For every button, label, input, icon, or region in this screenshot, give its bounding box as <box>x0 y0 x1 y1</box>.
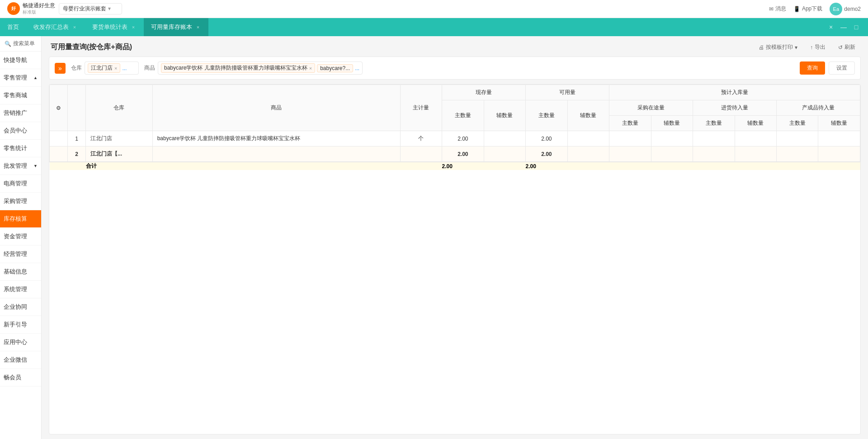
export-icon: ↑ <box>810 44 813 51</box>
tab-home-label: 首页 <box>7 23 19 31</box>
export-btn[interactable]: ↑ 导出 <box>807 42 829 53</box>
col-incoming-pending-sub: 辅数量 <box>735 116 776 131</box>
tab-available-stock[interactable]: 可用量库存账本 × <box>144 18 208 36</box>
table-row: 1 江北门店 babycare学饮杯 儿童防摔防撞吸管杯重力球吸嘴杯宝宝水杯 个… <box>50 131 860 146</box>
avatar: Ea <box>830 3 842 15</box>
sidebar-item-retail-mall[interactable]: 零售商城 <box>0 87 41 104</box>
sidebar-item-inventory[interactable]: 库存核算 <box>0 210 41 228</box>
window-close-btn[interactable]: × <box>826 23 835 32</box>
search-menu-label: 搜索菜单 <box>13 40 35 47</box>
footer-label: 合计 <box>86 162 153 170</box>
product-label: 商品 <box>144 64 155 72</box>
cell-inc-pending-main-2 <box>693 146 735 162</box>
sidebar-item-newbie[interactable]: 新手引导 <box>0 316 41 334</box>
sidebar-item-member2[interactable]: 畅会员 <box>0 369 41 387</box>
refresh-btn[interactable]: ↺ 刷新 <box>835 42 859 53</box>
sidebar-item-finance[interactable]: 资金管理 <box>0 228 41 245</box>
sidebar-item-marketing[interactable]: 营销推广 <box>0 104 41 122</box>
sidebar-item-basic[interactable]: 基础信息 <box>0 263 41 281</box>
filter-expand-btn[interactable]: » <box>55 63 66 74</box>
cell-prod-pending-sub-2 <box>818 146 860 162</box>
logo-text: 畅捷通好生意 <box>23 2 55 9</box>
cell-no-2: 2 <box>68 146 86 162</box>
col-warehouse: 仓库 <box>86 85 153 131</box>
setting-button[interactable]: 设置 <box>829 61 855 75</box>
window-maximize-btn[interactable]: □ <box>852 23 861 32</box>
industry-selector[interactable]: 母婴行业演示账套 ▾ <box>59 3 122 14</box>
warehouse-input[interactable]: 江北门店 × ... <box>85 61 139 75</box>
cell-current-main-2: 2.00 <box>442 146 484 162</box>
header-right: ✉ 消息 📱 App下载 Ea demo2 <box>769 3 861 15</box>
header-left: 好 畅捷通好生意 标准版 母婴行业演示账套 ▾ <box>7 2 122 15</box>
cell-pur-transit-sub-2 <box>651 146 693 162</box>
cell-inc-pending-sub-2 <box>735 146 776 162</box>
content-area: 可用量查询(按仓库+商品) 🖨 按模板打印 ▾ ↑ 导出 ↺ 刷新 » <box>42 36 868 439</box>
col-estimated-in-group: 预计入库量 <box>609 85 860 100</box>
sidebar-item-wholesale[interactable]: 批发管理 <box>0 157 41 175</box>
window-minimize-btn[interactable]: — <box>839 23 848 32</box>
col-current-main-qty: 主数量 <box>442 100 484 131</box>
cell-current-sub-2 <box>484 146 525 162</box>
cell-unit-2 <box>400 146 442 162</box>
tab-order-stat-close[interactable]: × <box>130 24 137 30</box>
sidebar-item-enterprise[interactable]: 企业协同 <box>0 298 41 316</box>
table-settings-icon[interactable]: ⚙ <box>56 105 61 111</box>
app-download-action[interactable]: 📱 App下载 <box>793 5 822 13</box>
warehouse-label: 仓库 <box>71 64 82 72</box>
sidebar-item-retail-stat[interactable]: 零售统计 <box>0 140 41 157</box>
sidebar-item-retail[interactable]: 零售管理 <box>0 69 41 87</box>
col-incoming-pending-group: 进货待入量 <box>693 100 777 116</box>
warehouse-tag: 江北门店 × <box>88 63 120 73</box>
sidebar-item-ops[interactable]: 经营管理 <box>0 245 41 263</box>
cell-pur-transit-main-1 <box>609 131 651 146</box>
cell-inc-pending-main-1 <box>693 131 735 146</box>
sidebar-item-purchase[interactable]: 采购管理 <box>0 193 41 210</box>
warehouse-tag-remove[interactable]: × <box>114 66 117 71</box>
sidebar: 🔍 搜索菜单 快捷导航 零售管理 零售商城 营销推广 会员中心 零售统计 批发管… <box>0 36 42 439</box>
col-purchase-in-transit-sub: 辅数量 <box>651 116 693 131</box>
product-tag-1: babycare学饮杯 儿童防摔防撞吸管杯重力球吸嘴杯宝宝水杯 × <box>161 63 315 73</box>
product-input[interactable]: babycare学饮杯 儿童防摔防撞吸管杯重力球吸嘴杯宝宝水杯 × babyca… <box>158 61 363 75</box>
cell-pur-transit-sub-1 <box>651 131 693 146</box>
sidebar-item-ecommerce[interactable]: 电商管理 <box>0 175 41 193</box>
product-tag-1-remove[interactable]: × <box>309 66 312 71</box>
product-filter: 商品 babycare学饮杯 儿童防摔防撞吸管杯重力球吸嘴杯宝宝水杯 × bab… <box>144 61 363 75</box>
col-purchase-in-transit-group: 采购在途量 <box>609 100 693 116</box>
sidebar-item-system[interactable]: 系统管理 <box>0 281 41 298</box>
user-name: demo2 <box>844 6 861 12</box>
cell-avail-sub-1 <box>567 131 609 146</box>
tab-receive-close[interactable]: × <box>71 24 78 30</box>
download-icon: 📱 <box>793 6 800 12</box>
col-production-pending-sub: 辅数量 <box>818 116 860 131</box>
search-menu[interactable]: 🔍 搜索菜单 <box>0 36 41 52</box>
product-more[interactable]: ... <box>355 65 359 71</box>
message-icon: ✉ <box>769 6 774 12</box>
sidebar-item-member[interactable]: 会员中心 <box>0 122 41 140</box>
tab-receive[interactable]: 收发存汇总表 × <box>26 18 85 36</box>
tab-order-stat[interactable]: 要货单统计表 × <box>85 18 144 36</box>
col-main-unit: 主计量 <box>400 85 442 131</box>
sidebar-item-app-center[interactable]: 应用中心 <box>0 334 41 351</box>
print-icon: 🖨 <box>759 44 764 51</box>
sidebar-item-quick-nav[interactable]: 快捷导航 <box>0 52 41 69</box>
col-available-main-qty: 主数量 <box>526 100 567 131</box>
refresh-icon: ↺ <box>838 44 843 51</box>
product-tag-2: babycare?... <box>317 64 353 72</box>
app-download-label: App下载 <box>802 5 822 13</box>
cell-current-main-1: 2.00 <box>442 131 484 146</box>
quick-nav-label: 快捷导航 <box>4 56 27 64</box>
sidebar-item-wechat[interactable]: 企业微信 <box>0 351 41 369</box>
tab-home[interactable]: 首页 <box>0 18 26 36</box>
print-template-btn[interactable]: 🖨 按模板打印 ▾ <box>755 42 801 53</box>
message-action[interactable]: ✉ 消息 <box>769 5 786 13</box>
query-button[interactable]: 查询 <box>800 61 825 75</box>
tab-available-stock-close[interactable]: × <box>195 24 201 30</box>
cell-avail-main-2: 2.00 <box>526 146 567 162</box>
footer-avail-main: 2.00 <box>526 162 567 170</box>
cell-warehouse-1: 江北门店 <box>86 131 153 146</box>
filter-area: » 仓库 江北门店 × ... 商品 babycare学饮杯 儿童防摔防撞吸管杯… <box>49 57 861 80</box>
chevron-down-icon: ▾ <box>108 5 111 12</box>
col-current-stock-group: 现存量 <box>442 85 526 100</box>
warehouse-more[interactable]: ... <box>122 65 127 71</box>
user-profile[interactable]: Ea demo2 <box>830 3 861 15</box>
